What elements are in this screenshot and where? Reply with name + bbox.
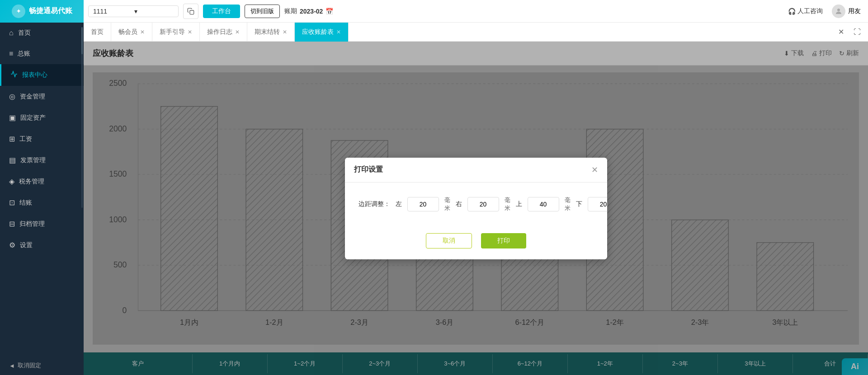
headset-icon: 🎧 bbox=[788, 8, 796, 15]
funds-icon: ◎ bbox=[9, 92, 15, 101]
home-icon: ⌂ bbox=[9, 29, 14, 37]
content-area: 首页 畅会员 ✕ 新手引导 ✕ 操作日志 ✕ 期末结转 ✕ 应收账龄表 ✕ bbox=[84, 23, 868, 375]
top-margin-label: 上 bbox=[516, 200, 522, 208]
sidebar-item-label: 设置 bbox=[20, 241, 33, 249]
print-settings-dialog: 打印设置 ✕ 边距调整： 左 毫米 右 毫米 上 bbox=[345, 158, 607, 259]
sidebar-item-reports[interactable]: 报表中心 bbox=[0, 64, 84, 86]
bottom-margin-input[interactable] bbox=[588, 197, 607, 211]
ledger-icon: ≡ bbox=[9, 50, 13, 58]
tax-icon: ◈ bbox=[9, 177, 14, 186]
dialog-overlay: 打印设置 ✕ 边距调整： 左 毫米 右 毫米 上 bbox=[84, 42, 868, 375]
sidebar-item-label: 税务管理 bbox=[19, 178, 44, 186]
tab-aging-close[interactable]: ✕ bbox=[336, 29, 341, 35]
dialog-title: 打印设置 bbox=[354, 165, 383, 174]
top-margin-input[interactable] bbox=[528, 197, 559, 211]
sidebar-item-label: 资金管理 bbox=[20, 93, 45, 101]
tabs-maximize-button[interactable]: ⛶ bbox=[851, 26, 863, 38]
tabs-bar: 首页 畅会员 ✕ 新手引导 ✕ 操作日志 ✕ 期末结转 ✕ 应收账龄表 ✕ bbox=[84, 23, 868, 42]
tab-period-end-close[interactable]: ✕ bbox=[283, 29, 287, 35]
period-area: 账期 2023-02 📅 bbox=[284, 7, 333, 15]
tabs-actions: ✕ ⛶ bbox=[835, 26, 868, 38]
dialog-header: 打印设置 ✕ bbox=[345, 158, 607, 183]
assets-icon: ▣ bbox=[9, 113, 16, 122]
dialog-close-button[interactable]: ✕ bbox=[591, 165, 598, 175]
right-margin-label: 右 bbox=[456, 200, 462, 208]
right-margin-input[interactable] bbox=[467, 197, 499, 211]
tab-guide-close[interactable]: ✕ bbox=[188, 29, 192, 35]
username: 用友 bbox=[848, 7, 861, 15]
tab-oplog-close[interactable]: ✕ bbox=[235, 29, 240, 35]
invoice-icon: ▤ bbox=[9, 156, 16, 164]
settings-icon: ⚙ bbox=[9, 241, 15, 249]
right-unit: 毫米 bbox=[505, 196, 510, 212]
reports-icon bbox=[10, 70, 18, 80]
archive-icon: ⊟ bbox=[9, 220, 15, 228]
sidebar-item-label: 工资 bbox=[19, 135, 32, 143]
svg-rect-0 bbox=[190, 10, 194, 14]
dialog-body: 边距调整： 左 毫米 右 毫米 上 毫米 下 毫 bbox=[345, 183, 607, 226]
chevron-down-icon: ▾ bbox=[134, 8, 137, 15]
sidebar-item-label: 固定资产 bbox=[20, 114, 46, 122]
tabs-close-button[interactable]: ✕ bbox=[835, 26, 847, 38]
tab-member-close[interactable]: ✕ bbox=[140, 29, 145, 35]
bottom-margin-label: 下 bbox=[576, 200, 582, 208]
left-margin-input[interactable] bbox=[407, 197, 439, 211]
main-layout: ⌂ 首页 ≡ 总账 报表中心 ◎ 资金管理 ▣ 固定资产 ⊞ 工资 bbox=[0, 23, 868, 375]
sidebar-item-salary[interactable]: ⊞ 工资 bbox=[0, 128, 84, 150]
sidebar-collapse-button[interactable]: ◄ 取消固定 bbox=[0, 356, 84, 375]
header-right: 🎧 人工咨询 用友 bbox=[788, 5, 861, 18]
period-value: 2023-02 bbox=[300, 8, 323, 15]
tab-oplog[interactable]: 操作日志 ✕ bbox=[200, 23, 247, 42]
period-label: 账期 bbox=[284, 7, 297, 15]
logo-icon: ✦ bbox=[12, 5, 25, 18]
closing-icon: ⊡ bbox=[9, 198, 15, 207]
dialog-footer: 取消 打印 bbox=[345, 226, 607, 259]
avatar bbox=[832, 5, 845, 18]
tab-home[interactable]: 首页 bbox=[84, 23, 111, 42]
left-margin-label: 左 bbox=[396, 200, 402, 208]
salary-icon: ⊞ bbox=[9, 135, 15, 143]
tab-guide[interactable]: 新手引导 ✕ bbox=[152, 23, 200, 42]
switch-version-button[interactable]: 切到旧版 bbox=[245, 5, 280, 18]
support-button[interactable]: 🎧 人工咨询 bbox=[788, 7, 823, 15]
margin-settings-row: 边距调整： 左 毫米 右 毫米 上 毫米 下 毫 bbox=[359, 196, 594, 212]
logo-text: 畅捷通易代账 bbox=[29, 6, 72, 16]
left-unit: 毫米 bbox=[444, 196, 450, 212]
sidebar-item-archive[interactable]: ⊟ 归档管理 bbox=[0, 213, 84, 234]
tab-aging[interactable]: 应收账龄表 ✕ bbox=[295, 23, 349, 42]
sidebar-item-label: 归档管理 bbox=[19, 220, 45, 228]
sidebar-item-label: 首页 bbox=[18, 29, 31, 37]
sidebar-item-label: 发票管理 bbox=[20, 156, 46, 164]
collapse-icon: ◄ bbox=[9, 362, 15, 369]
copy-icon-btn[interactable] bbox=[183, 4, 198, 19]
sidebar-item-label: 结账 bbox=[19, 199, 32, 207]
cancel-button[interactable]: 取消 bbox=[426, 233, 472, 248]
top-unit: 毫米 bbox=[565, 196, 571, 212]
sidebar-item-label: 总账 bbox=[18, 50, 30, 58]
company-selector[interactable]: 1111 ▾ bbox=[88, 5, 179, 17]
sidebar: ⌂ 首页 ≡ 总账 报表中心 ◎ 资金管理 ▣ 固定资产 ⊞ 工资 bbox=[0, 23, 84, 375]
margin-label: 边距调整： bbox=[359, 200, 390, 208]
sidebar-item-invoice[interactable]: ▤ 发票管理 bbox=[0, 150, 84, 171]
top-header: ✦ 畅捷通易代账 1111 ▾ 工作台 切到旧版 账期 2023-02 📅 🎧 … bbox=[0, 0, 868, 23]
sidebar-item-home[interactable]: ⌂ 首页 bbox=[0, 23, 84, 43]
sidebar-item-label: 报表中心 bbox=[22, 71, 47, 79]
collapse-label: 取消固定 bbox=[18, 361, 41, 370]
sidebar-item-settings[interactable]: ⚙ 设置 bbox=[0, 234, 84, 256]
tab-member[interactable]: 畅会员 ✕ bbox=[111, 23, 152, 42]
page-content: 应收账龄表 ⬇ 下载 🖨 打印 ↻ 刷新 bbox=[84, 42, 868, 375]
sidebar-item-closing[interactable]: ⊡ 结账 bbox=[0, 192, 84, 213]
sidebar-item-ledger[interactable]: ≡ 总账 bbox=[0, 43, 84, 64]
sidebar-item-assets[interactable]: ▣ 固定资产 bbox=[0, 107, 84, 128]
tab-period-end[interactable]: 期末结转 ✕ bbox=[247, 23, 295, 42]
company-name: 1111 bbox=[93, 8, 107, 15]
workbench-button[interactable]: 工作台 bbox=[203, 5, 240, 18]
calendar-icon[interactable]: 📅 bbox=[326, 8, 333, 15]
logo: ✦ 畅捷通易代账 bbox=[0, 0, 84, 23]
user-area[interactable]: 用友 bbox=[832, 5, 861, 18]
sidebar-item-tax[interactable]: ◈ 税务管理 bbox=[0, 171, 84, 192]
sidebar-item-funds[interactable]: ◎ 资金管理 bbox=[0, 86, 84, 107]
print-confirm-button[interactable]: 打印 bbox=[481, 233, 526, 248]
svg-point-1 bbox=[837, 9, 840, 11]
